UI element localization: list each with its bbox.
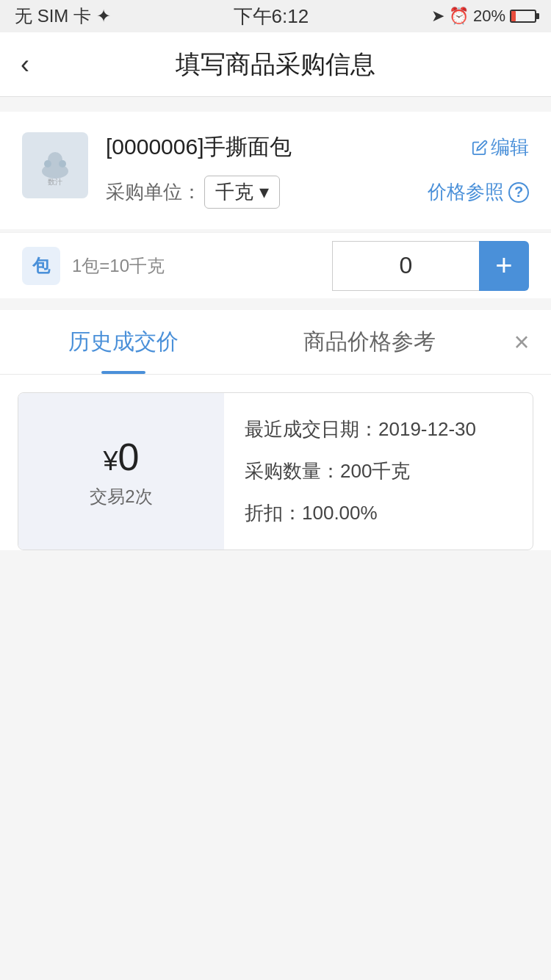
status-time: 下午6:12	[234, 4, 309, 29]
quantity-section: 包 1包=10千克 +	[0, 232, 551, 298]
price-amount: ¥0	[104, 435, 140, 479]
page-title: 填写商品采购信息	[176, 48, 375, 82]
svg-text:数汁: 数汁	[48, 178, 62, 186]
product-info: [0000006]手撕面包 编辑 采购单位： 千克 ▾	[106, 132, 529, 209]
date-value: 2019-12-30	[378, 418, 476, 440]
tab-product-price-ref[interactable]: 商品价格参考	[246, 310, 492, 374]
price-value: 0	[118, 436, 140, 478]
quantity-input-area: +	[332, 241, 529, 291]
product-name: [0000006]手撕面包	[106, 132, 292, 162]
edit-icon	[472, 140, 488, 156]
plus-button[interactable]: +	[479, 241, 529, 291]
tabs-section: 历史成交价 商品价格参考 × ¥0 交易2次 最近成交日期：2019-12-30…	[0, 310, 551, 550]
svg-point-3	[59, 160, 66, 167]
price-detail-qty: 采购数量：200千克	[245, 457, 512, 486]
sim-label: 无 SIM 卡 ✦	[15, 4, 111, 28]
date-label: 最近成交日期：	[245, 418, 378, 440]
price-card-left: ¥0 交易2次	[18, 393, 224, 550]
unit-value: 千克	[215, 179, 253, 205]
status-bar: 无 SIM 卡 ✦ 下午6:12 ➤ ⏰ 20%	[0, 0, 551, 32]
tab-product-label: 商品价格参考	[303, 327, 436, 357]
discount-value: 100.00%	[302, 502, 378, 524]
close-button[interactable]: ×	[492, 327, 551, 358]
unit-selector-group: 采购单位： 千克 ▾	[106, 176, 280, 209]
unit-selector[interactable]: 千克 ▾	[204, 176, 280, 209]
product-card: 数汁 [0000006]手撕面包 编辑 采购单位： 千克	[0, 112, 551, 229]
tab-history-label: 历史成交价	[68, 327, 179, 357]
battery-icon	[510, 10, 536, 23]
qty-label: 采购数量：	[245, 460, 340, 482]
edit-button[interactable]: 编辑	[472, 134, 529, 160]
unit-conversion: 1包=10千克	[72, 254, 165, 278]
price-ref-label: 价格参照	[428, 179, 504, 205]
tabs-header: 历史成交价 商品价格参考 ×	[0, 310, 551, 375]
location-icon: ➤	[431, 7, 444, 26]
qty-value: 200千克	[340, 460, 410, 482]
alarm-icon: ⏰	[449, 7, 469, 26]
price-card-right: 最近成交日期：2019-12-30 采购数量：200千克 折扣：100.00%	[224, 393, 533, 550]
product-name-row: [0000006]手撕面包 编辑	[106, 132, 529, 162]
edit-label: 编辑	[491, 134, 529, 160]
currency-symbol: ¥	[104, 446, 118, 476]
svg-point-2	[44, 160, 51, 167]
tab-history-price[interactable]: 历史成交价	[0, 310, 246, 374]
trade-count: 交易2次	[90, 485, 152, 508]
price-detail-discount: 折扣：100.00%	[245, 499, 512, 527]
status-left: 无 SIM 卡 ✦	[15, 4, 111, 28]
battery-fill	[511, 11, 516, 21]
quantity-unit-info: 包 1包=10千克	[22, 247, 165, 285]
unit-dropdown-arrow: ▾	[259, 181, 269, 203]
unit-icon-label: 包	[32, 254, 50, 278]
product-image: 数汁	[22, 132, 88, 198]
back-button[interactable]: ‹	[21, 49, 29, 80]
product-unit-row: 采购单位： 千克 ▾ 价格参照 ?	[106, 176, 529, 209]
product-header: 数汁 [0000006]手撕面包 编辑 采购单位： 千克	[22, 132, 529, 209]
unit-icon-box: 包	[22, 247, 60, 285]
price-ref-button[interactable]: 价格参照 ?	[428, 179, 529, 205]
battery-percent: 20%	[473, 7, 505, 26]
product-thumbnail-icon: 数汁	[33, 143, 77, 187]
price-card: ¥0 交易2次 最近成交日期：2019-12-30 采购数量：200千克 折扣：…	[18, 392, 533, 550]
price-ref-icon: ?	[508, 182, 529, 203]
discount-label: 折扣：	[245, 502, 302, 524]
quantity-input[interactable]	[332, 241, 479, 291]
nav-bar: ‹ 填写商品采购信息	[0, 32, 551, 97]
price-detail-date: 最近成交日期：2019-12-30	[245, 415, 512, 444]
unit-label: 采购单位：	[106, 181, 201, 203]
bottom-space	[0, 568, 551, 862]
status-right: ➤ ⏰ 20%	[431, 7, 536, 26]
